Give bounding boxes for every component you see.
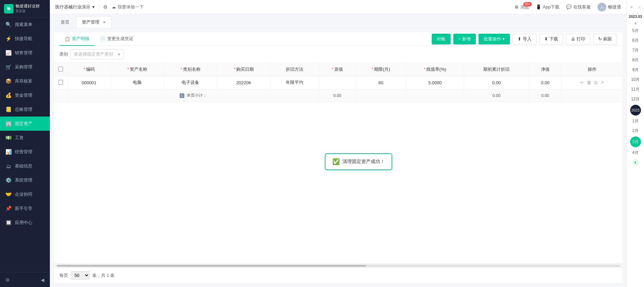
sidebar: 畅 畅捷通好业财 普及版 🔍 搜索菜单 ⚡ 快捷导航 📈 销售管理 🛒 采购管理… — [0, 0, 50, 287]
sidebar-item-search[interactable]: 🔍 搜索菜单 — [0, 18, 50, 32]
main: 医疗器械行业演示 ▾ ⚙ ☁ 我要体验一下 🖥 消息 99+ 📱 App下载 💬… — [50, 0, 626, 287]
right-panel: ✕ ⤢ 2023.03 ▲ 5月 6月 7月 8月 9月 10月 11月 12月… — [626, 0, 644, 287]
sidebar-item-app-center[interactable]: 🔲 应用中心 — [0, 216, 50, 230]
sidebar-item-capital[interactable]: 💰 资金管理 — [0, 88, 50, 102]
print-button[interactable]: 🖨 打印 — [566, 34, 590, 44]
reconcile-button[interactable]: 对账 — [432, 34, 451, 44]
cell-initial-accumulated: 0.00 — [464, 76, 529, 89]
month-6[interactable]: 6月 — [627, 36, 644, 45]
month-10[interactable]: 10月 — [627, 75, 644, 85]
sidebar-item-purchase[interactable]: 🛒 采购管理 — [0, 60, 50, 74]
month-4[interactable]: 4月 — [627, 148, 644, 158]
copy-icon[interactable]: ⧉ — [594, 80, 597, 86]
topbar: 医疗器械行业演示 ▾ ⚙ ☁ 我要体验一下 🖥 消息 99+ 📱 App下载 💬… — [50, 0, 626, 14]
month-1[interactable]: 1月 — [627, 116, 644, 126]
sidebar-item-label: 搜索菜单 — [15, 22, 32, 28]
month-2[interactable]: 2月 — [627, 126, 644, 136]
scrollbar-thumb[interactable] — [57, 265, 366, 267]
year-2023[interactable]: 2023 — [630, 105, 641, 116]
page-size-select[interactable]: 50 100 200 — [71, 271, 90, 280]
user-info[interactable]: 人 畅捷通 — [597, 3, 621, 11]
experience-btn[interactable]: ☁ 我要体验一下 — [112, 4, 144, 10]
company-selector[interactable]: 医疗器械行业演示 ▾ — [55, 4, 95, 10]
subtab-asset-detail[interactable]: 📋 资产明细 — [59, 32, 95, 46]
print-icon: 🖨 — [571, 36, 575, 41]
sales-icon: 📈 — [5, 50, 11, 56]
sidebar-item-label: 总账管理 — [15, 106, 32, 113]
topbar-right: 🖥 消息 99+ 📱 App下载 💬 在线客服 人 畅捷通 — [514, 3, 621, 11]
import-button[interactable]: ⬆ 导入 — [513, 34, 536, 44]
sidebar-item-management[interactable]: 📊 经营管理 — [0, 145, 50, 159]
scroll-down-icon[interactable]: ▼ — [632, 159, 639, 166]
col-action: 操作 — [561, 63, 622, 76]
scrollbar-track — [57, 265, 620, 267]
inner-panel: 📋 资产明细 📄 变更生成凭证 对账 + 新增 批量操作 ▾ ⬆ — [54, 32, 622, 283]
app-download-btn[interactable]: 📱 App下载 — [536, 4, 559, 10]
add-button[interactable]: + 新增 — [453, 34, 476, 44]
col-residual-rate: *残值率(%) — [406, 63, 464, 76]
total-label: 条，共 1 条 — [92, 273, 115, 279]
select-all-checkbox[interactable] — [58, 67, 63, 71]
capital-icon: 💰 — [5, 92, 11, 98]
category-placeholder: 请选择固定资产类别 — [74, 51, 113, 57]
prev-year-btn[interactable]: ▲ — [627, 20, 644, 26]
message-btn[interactable]: 🖥 消息 99+ — [514, 4, 529, 10]
sidebar-item-sales[interactable]: 📈 销售管理 — [0, 46, 50, 60]
quicknav-icon: ⚡ — [5, 36, 11, 42]
sidebar-item-payroll[interactable]: 💵 工资 — [0, 131, 50, 145]
page-content: 📋 资产明细 📄 变更生成凭证 对账 + 新增 批量操作 ▾ ⬆ — [50, 28, 626, 287]
month-3-active[interactable]: 3月 — [630, 136, 641, 147]
horizontal-scrollbar[interactable] — [54, 263, 622, 267]
sidebar-item-fixed-assets[interactable]: 🏢 固定资产 — [0, 117, 50, 131]
sidebar-item-label: 库存核算 — [15, 78, 32, 84]
settings-bottom-icon[interactable]: ⚙ — [5, 277, 10, 283]
panel-expand-icon[interactable]: ⤢ — [637, 4, 642, 10]
service-label: 在线客服 — [573, 4, 591, 10]
sidebar-item-label: 销售管理 — [15, 50, 32, 56]
subtab-change-voucher[interactable]: 📄 变更生成凭证 — [95, 32, 139, 46]
subtab-bar: 📋 资产明细 📄 变更生成凭证 对账 + 新增 批量操作 ▾ ⬆ — [54, 32, 622, 46]
sidebar-item-quicknav[interactable]: ⚡ 快捷导航 — [0, 32, 50, 46]
app-center-icon: 🔲 — [5, 220, 11, 226]
month-12[interactable]: 12月 — [627, 94, 644, 104]
delete-icon[interactable]: 🗑 — [587, 80, 591, 85]
tab-asset-management[interactable]: 资产管理 ✕ — [76, 16, 112, 28]
subtab-label: 资产明细 — [72, 36, 89, 42]
download-icon: 📱 — [536, 4, 541, 9]
refresh-button[interactable]: ↻ 刷新 — [593, 34, 617, 44]
sidebar-item-guide[interactable]: 📌 新手引导 — [0, 201, 50, 216]
row-checkbox[interactable] — [58, 80, 63, 85]
tab-close-icon[interactable]: ✕ — [103, 20, 106, 24]
asset-detail-icon: 📋 — [65, 36, 70, 41]
month-9[interactable]: 9月 — [627, 65, 644, 75]
category-label: 类别 — [59, 51, 68, 57]
user-label: 畅捷通 — [608, 4, 621, 10]
month-8[interactable]: 8月 — [627, 55, 644, 65]
service-btn[interactable]: 💬 在线客服 — [566, 4, 591, 10]
row-checkbox-cell[interactable] — [54, 76, 67, 89]
collapse-icon[interactable]: ◀ — [41, 277, 44, 283]
more-icon[interactable]: ↗ — [600, 80, 604, 85]
sidebar-item-ledger[interactable]: 📒 总账管理 — [0, 102, 50, 117]
sidebar-item-label: 资金管理 — [15, 92, 32, 98]
category-select-box[interactable]: 请选择固定资产类别 ▾ — [70, 49, 124, 59]
settings-icon[interactable]: ⚙ — [103, 4, 108, 10]
month-5[interactable]: 5月 — [627, 26, 644, 36]
select-all-header[interactable] — [54, 63, 67, 76]
batch-button[interactable]: 批量操作 ▾ — [479, 34, 510, 44]
download-button[interactable]: ⬇ 下载 — [539, 34, 563, 44]
chevron-down-icon: ▾ — [502, 36, 505, 41]
month-11[interactable]: 11月 — [627, 85, 644, 94]
sidebar-item-system[interactable]: ⚙️ 系统管理 — [0, 173, 50, 187]
month-7[interactable]: 7月 — [627, 45, 644, 55]
filter-toolbar: 类别 请选择固定资产类别 ▾ — [54, 46, 622, 63]
subtotal-row: Σ 本页小计： 0.00 0.00 0.00 — [54, 89, 622, 102]
sidebar-item-enterprise[interactable]: 🤝 企业协同 — [0, 187, 50, 201]
sidebar-item-basic-info[interactable]: 🗂 基础信息 — [0, 159, 50, 173]
pagination: 每页 50 100 200 条，共 1 条 — [54, 267, 622, 283]
edit-icon[interactable]: ✏ — [580, 80, 584, 85]
purchase-icon: 🛒 — [5, 64, 11, 70]
sidebar-item-inventory[interactable]: 📦 库存核算 — [0, 74, 50, 88]
tab-home[interactable]: 首页 — [55, 17, 75, 28]
panel-close-icon[interactable]: ✕ — [629, 4, 634, 10]
